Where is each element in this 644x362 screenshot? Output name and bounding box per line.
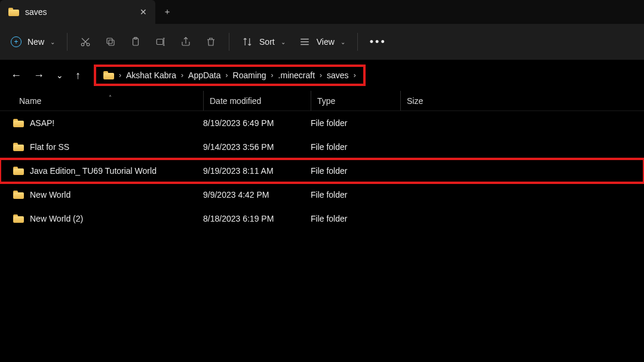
column-label: Name — [19, 96, 41, 106]
new-tab-button[interactable]: ＋ — [155, 0, 179, 24]
folder-icon — [13, 214, 24, 223]
breadcrumb-label: Akshat Kabra — [126, 70, 176, 80]
chevron-down-icon: ⌄ — [281, 39, 286, 45]
table-row[interactable]: New World (2)8/18/2023 6:19 PMFile folde… — [0, 207, 644, 231]
chevron-right-icon: › — [271, 71, 274, 79]
breadcrumb-item[interactable]: .minecraft — [278, 70, 315, 80]
new-button[interactable]: + New ⌄ — [11, 36, 55, 47]
paste-icon[interactable] — [130, 36, 142, 48]
column-headers: Name ˄ Date modified Type Size — [0, 91, 644, 111]
copy-icon[interactable] — [105, 36, 116, 48]
svg-rect-2 — [109, 40, 114, 45]
file-name-cell: Java Edition_ TU69 Tutorial World — [13, 166, 203, 176]
folder-icon — [13, 143, 24, 151]
chevron-down-icon: ⌄ — [50, 39, 55, 45]
file-name-cell: New World — [13, 190, 203, 200]
file-name-cell: ASAP! — [13, 118, 203, 128]
column-header-name[interactable]: Name ˄ — [19, 96, 203, 106]
tab-strip: saves ✕ ＋ — [0, 0, 644, 24]
chevron-right-icon: › — [226, 71, 228, 79]
column-label: Size — [407, 96, 423, 106]
chevron-down-icon: ⌄ — [341, 39, 345, 45]
breadcrumb-label: Roaming — [233, 70, 266, 80]
chevron-right-icon: › — [320, 71, 322, 79]
table-row[interactable]: ASAP!8/19/2023 6:49 PMFile folder — [0, 111, 644, 135]
file-type-cell: File folder — [311, 118, 400, 128]
file-name: Flat for SS — [30, 142, 69, 152]
column-header-size[interactable]: Size — [400, 91, 460, 111]
breadcrumb-item[interactable]: Akshat Kabra — [126, 70, 176, 80]
sort-button[interactable]: Sort ⌄ — [241, 36, 286, 48]
nav-arrows: ← → ⌄ ↑ — [11, 69, 85, 82]
breadcrumb-label: saves — [327, 70, 349, 80]
plus-icon: ＋ — [163, 7, 171, 17]
column-label: Date modified — [210, 96, 261, 106]
file-name: ASAP! — [30, 118, 54, 128]
folder-icon — [13, 191, 24, 199]
address-row: ← → ⌄ ↑ › Akshat Kabra › AppData › Roami… — [0, 60, 644, 91]
chevron-right-icon: › — [354, 71, 356, 79]
recent-locations-button[interactable]: ⌄ — [56, 70, 63, 80]
sort-ascending-icon: ˄ — [109, 94, 112, 101]
breadcrumb-label: AppData — [188, 70, 220, 80]
new-button-label: New — [27, 37, 44, 47]
more-button[interactable]: ••• — [370, 36, 387, 48]
file-type-cell: File folder — [311, 214, 400, 223]
column-label: Type — [317, 96, 335, 106]
chevron-right-icon: › — [181, 71, 183, 79]
view-icon — [299, 36, 311, 48]
tab-title: saves — [25, 7, 47, 17]
column-header-date[interactable]: Date modified — [203, 91, 311, 111]
share-icon[interactable] — [180, 36, 192, 48]
toolbar: + New ⌄ Sort ⌄ — [0, 24, 644, 60]
breadcrumb-item[interactable]: saves — [327, 70, 349, 80]
cut-icon[interactable] — [79, 36, 91, 48]
table-row[interactable]: Flat for SS9/14/2023 3:56 PMFile folder — [0, 135, 644, 159]
file-name: New World — [30, 190, 70, 200]
file-date-cell: 8/18/2023 6:19 PM — [203, 214, 311, 223]
svg-rect-3 — [107, 38, 112, 44]
delete-icon[interactable] — [205, 36, 217, 48]
file-date-cell: 9/14/2023 3:56 PM — [203, 142, 311, 152]
table-row[interactable]: New World9/9/2023 4:42 PMFile folder — [0, 183, 644, 207]
active-tab[interactable]: saves ✕ — [0, 0, 155, 24]
back-button[interactable]: ← — [11, 69, 22, 82]
folder-icon — [13, 167, 24, 175]
column-header-type[interactable]: Type — [311, 91, 400, 111]
file-name-cell: Flat for SS — [13, 142, 203, 152]
up-button[interactable]: ↑ — [75, 69, 81, 82]
plus-circle-icon: + — [11, 36, 22, 47]
file-name: New World (2) — [30, 214, 83, 223]
file-date-cell: 9/19/2023 8:11 AM — [203, 166, 311, 176]
view-button[interactable]: View ⌄ — [299, 36, 345, 48]
folder-icon — [103, 71, 114, 79]
rename-icon[interactable] — [155, 36, 167, 48]
file-list: ASAP!8/19/2023 6:49 PMFile folderFlat fo… — [0, 111, 644, 231]
file-type-cell: File folder — [311, 166, 400, 176]
file-name: Java Edition_ TU69 Tutorial World — [30, 166, 157, 176]
chevron-right-icon: › — [119, 71, 121, 79]
breadcrumb[interactable]: › Akshat Kabra › AppData › Roaming › .mi… — [94, 65, 366, 86]
view-button-label: View — [317, 37, 335, 47]
folder-icon — [13, 119, 24, 127]
forward-button[interactable]: → — [33, 69, 44, 82]
file-name-cell: New World (2) — [13, 214, 203, 223]
folder-icon — [8, 8, 19, 16]
breadcrumb-item[interactable]: AppData — [188, 70, 220, 80]
svg-rect-6 — [157, 39, 163, 45]
sort-button-label: Sort — [259, 37, 275, 47]
breadcrumb-item[interactable]: Roaming — [233, 70, 266, 80]
file-date-cell: 9/9/2023 4:42 PM — [203, 190, 311, 200]
close-tab-icon[interactable]: ✕ — [140, 7, 147, 17]
file-type-cell: File folder — [311, 190, 400, 200]
table-row[interactable]: Java Edition_ TU69 Tutorial World9/19/20… — [0, 159, 644, 183]
file-date-cell: 8/19/2023 6:49 PM — [203, 118, 311, 128]
sort-icon — [241, 36, 253, 48]
file-type-cell: File folder — [311, 142, 400, 152]
breadcrumb-label: .minecraft — [278, 70, 315, 80]
